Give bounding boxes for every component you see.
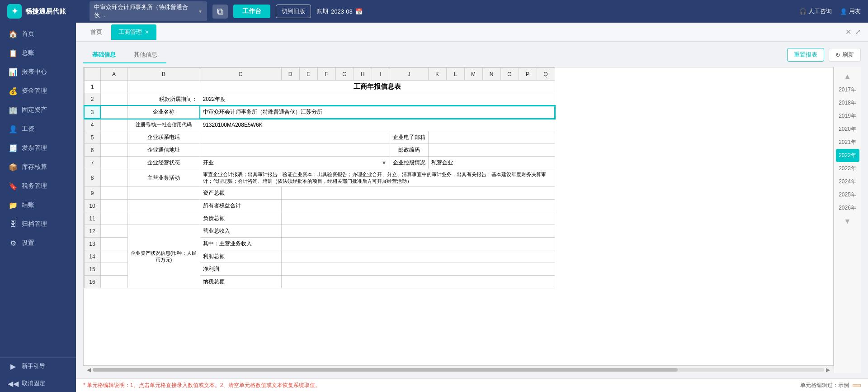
cell-value[interactable]: 私营企业 xyxy=(428,157,555,169)
cell[interactable] xyxy=(100,131,127,144)
cell-value[interactable] xyxy=(281,263,555,276)
scroll-left-icon[interactable]: ◀ xyxy=(85,367,93,373)
sidebar-item-归档管理[interactable]: 🗄归档管理 xyxy=(0,215,76,234)
company-select[interactable]: 中审众环会计师事务所（特殊普通合伙… ▼ xyxy=(90,1,207,21)
h-scrollbar[interactable]: ◀ ▶ xyxy=(83,366,834,373)
sidebar-item-unpin[interactable]: ◀◀ 取消固定 xyxy=(0,375,76,392)
col-header-p: P xyxy=(519,68,537,81)
cell[interactable] xyxy=(100,81,127,93)
cell[interactable] xyxy=(100,169,127,187)
sidebar-item-总账[interactable]: 📋总账 xyxy=(0,43,76,62)
cell[interactable] xyxy=(127,81,200,93)
cell-label: 企业通信地址 xyxy=(127,144,200,157)
tab-close-icon[interactable]: ✕ xyxy=(145,29,149,35)
sidebar-item-税务管理[interactable]: 🔖税务管理 xyxy=(0,177,76,196)
cell-value[interactable]: 中审众环会计师事务所（特殊普通合伙）江苏分所 xyxy=(200,106,555,119)
year-item-2022年[interactable]: 2022年 xyxy=(836,149,859,162)
cell-value[interactable] xyxy=(281,238,555,250)
cell-value[interactable] xyxy=(428,144,555,157)
year-item-2025年[interactable]: 2025年 xyxy=(836,188,859,201)
sidebar-item-结账[interactable]: 📁结账 xyxy=(0,196,76,215)
sidebar-item-报表中心[interactable]: 📊报表中心 xyxy=(0,62,76,81)
cell-value[interactable] xyxy=(428,131,555,144)
cell[interactable] xyxy=(100,263,127,276)
chevron-down-icon: ▼ xyxy=(198,9,203,14)
calendar-icon[interactable]: 📅 xyxy=(355,8,363,15)
cell[interactable] xyxy=(100,200,127,212)
sidebar-item-首页[interactable]: 🏠首页 xyxy=(0,24,76,43)
sub-tab-other[interactable]: 其他信息 xyxy=(125,47,166,63)
sidebar-item-库存核算[interactable]: 📦库存核算 xyxy=(0,158,76,177)
sidebar-icon: 🗄 xyxy=(9,220,17,228)
scroll-track[interactable] xyxy=(93,368,824,372)
cell[interactable] xyxy=(100,238,127,250)
scroll-thumb[interactable] xyxy=(93,368,678,372)
cell[interactable] xyxy=(100,119,127,131)
sidebar-item-资金管理[interactable]: 💰资金管理 xyxy=(0,81,76,100)
cell[interactable] xyxy=(100,187,127,200)
window-expand-icon[interactable]: ⤢ xyxy=(855,28,861,36)
cell-value[interactable] xyxy=(200,131,390,144)
cell[interactable] xyxy=(100,106,127,119)
year-item-2024年[interactable]: 2024年 xyxy=(836,175,859,188)
sidebar-item-发票管理[interactable]: 🧾发票管理 xyxy=(0,139,76,158)
cell-value[interactable]: 审查企业会计报表；出具审计报告；验证企业资本；出具验资报告；办理企业合开、分立、… xyxy=(200,169,555,187)
user-area[interactable]: 👤 用友 xyxy=(840,7,861,15)
year-item-2019年[interactable]: 2019年 xyxy=(836,110,859,123)
cell-dropdown[interactable]: 开业 ▼ xyxy=(200,157,390,169)
scroll-right-icon[interactable]: ▶ xyxy=(824,367,832,373)
content-area: 基础信息 其他信息 重置报表 ↻ 刷新 xyxy=(76,42,868,378)
cell[interactable] xyxy=(100,212,127,225)
cell-value[interactable] xyxy=(281,187,555,200)
sidebar-item-工资[interactable]: 👤工资 xyxy=(0,120,76,139)
cell-value[interactable]: 91320100MA208E5W6K xyxy=(200,119,555,131)
reset-button[interactable]: 重置报表 xyxy=(787,48,824,62)
old-version-button[interactable]: 切到旧版 xyxy=(276,5,311,18)
service-button[interactable]: 🎧 人工咨询 xyxy=(799,7,832,15)
year-up-nav[interactable]: ▲ xyxy=(836,71,859,82)
sidebar-item-label: 总账 xyxy=(22,49,34,57)
cell-value[interactable]: 2022年度 xyxy=(200,93,555,106)
sidebar-item-设置[interactable]: ⚙设置 xyxy=(0,234,76,253)
cell-label: 税款所属期间： xyxy=(127,93,200,106)
cell-value[interactable] xyxy=(281,200,555,212)
sub-tab-basic[interactable]: 基础信息 xyxy=(83,47,125,63)
cell[interactable] xyxy=(127,200,200,212)
table-row: 1 工商年报信息表 xyxy=(84,81,555,93)
cell-label: 注册号/统一社会信用代码 xyxy=(127,119,200,131)
year-item-2020年[interactable]: 2020年 xyxy=(836,123,859,136)
cell-value[interactable] xyxy=(281,225,555,238)
tab-business[interactable]: 工商管理 ✕ xyxy=(111,24,156,40)
cell[interactable] xyxy=(100,144,127,157)
sidebar-item-固定资产[interactable]: 🏢固定资产 xyxy=(0,100,76,120)
cell[interactable] xyxy=(100,225,127,238)
cell-value[interactable] xyxy=(200,144,390,157)
tab-home[interactable]: 首页 xyxy=(83,24,109,40)
pin-icon: ◀◀ xyxy=(9,379,17,387)
cell[interactable] xyxy=(127,212,200,225)
cell[interactable] xyxy=(127,187,200,200)
cell-value[interactable] xyxy=(281,276,555,288)
workbench-button[interactable]: 工作台 xyxy=(233,5,270,18)
cell-value[interactable] xyxy=(281,212,555,225)
cell[interactable] xyxy=(100,157,127,169)
year-item-2021年[interactable]: 2021年 xyxy=(836,136,859,149)
cell-value[interactable] xyxy=(281,250,555,263)
sidebar-item-newbie[interactable]: ▶ 新手引导 xyxy=(0,358,76,375)
year-item-2023年[interactable]: 2023年 xyxy=(836,162,859,175)
cell[interactable] xyxy=(100,276,127,288)
cell-sublabel: 利润总额 xyxy=(200,250,281,263)
year-down-nav[interactable]: ▼ xyxy=(836,215,859,227)
period-value: 2023-03 xyxy=(331,8,353,15)
refresh-button[interactable]: ↻ 刷新 xyxy=(829,48,861,62)
year-item-2017年[interactable]: 2017年 xyxy=(836,83,859,96)
col-header-b: B xyxy=(127,68,200,81)
year-item-2018年[interactable]: 2018年 xyxy=(836,96,859,110)
copy-button[interactable]: ⧉ xyxy=(212,5,228,19)
cell[interactable] xyxy=(100,250,127,263)
cell[interactable] xyxy=(100,93,127,106)
sidebar-item-label: 税务管理 xyxy=(22,182,47,190)
year-item-2026年[interactable]: 2026年 xyxy=(836,201,859,215)
sheet-scroll-area[interactable]: A B C D E F G H I J xyxy=(84,67,833,365)
window-close-icon[interactable]: ✕ xyxy=(845,28,851,36)
